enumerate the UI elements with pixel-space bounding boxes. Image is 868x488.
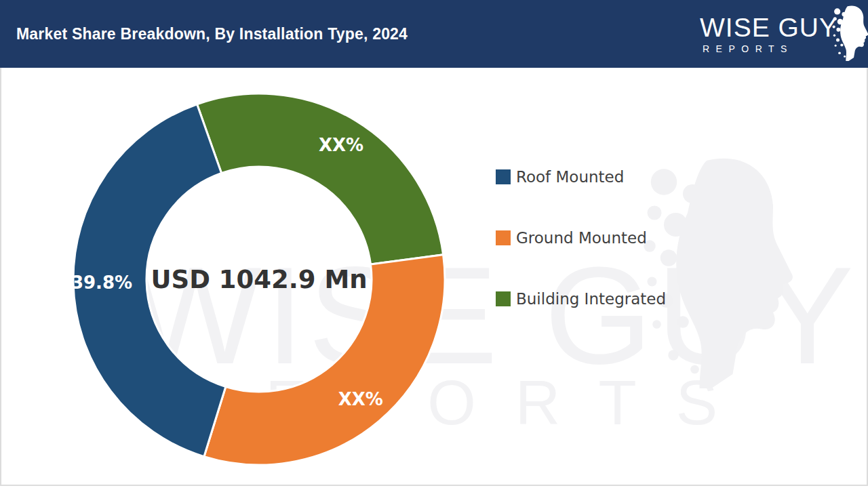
wise-guy-logo: WISE GUY REPORTS: [700, 5, 856, 62]
segment-value-label: XX%: [338, 389, 383, 409]
segment-value-label: 39.8%: [71, 272, 132, 293]
header-bar: Market Share Breakdown, By Installation …: [0, 0, 868, 68]
segment-building-integrated: [197, 94, 443, 264]
donut-chart: USD 1042.9 Mn XX%XX%39.8%: [71, 92, 447, 467]
page-title: Market Share Breakdown, By Installation …: [0, 25, 408, 43]
legend-item-roof-mounted: Roof Mounted: [496, 169, 666, 184]
legend-swatch-roof-mounted: [496, 169, 511, 184]
legend-label: Building Integrated: [516, 290, 666, 308]
segment-value-label: XX%: [319, 135, 363, 155]
logo-wordmark: WISE GUY: [700, 14, 837, 41]
logo-subtitle: REPORTS: [703, 44, 793, 54]
legend-swatch-building-integrated: [496, 291, 511, 306]
legend-label: Ground Mounted: [516, 229, 647, 247]
legend-item-building-integrated: Building Integrated: [496, 291, 666, 306]
chart-card: WISE GUY REPORTS USD 1042.9 Mn XX%XX%39.…: [0, 68, 868, 486]
legend-label: Roof Mounted: [516, 168, 624, 186]
head-profile-icon: [828, 4, 868, 64]
chart-center-value: USD 1042.9 Mn: [151, 265, 367, 294]
legend-item-ground-mounted: Ground Mounted: [496, 230, 666, 245]
legend-swatch-ground-mounted: [496, 230, 511, 245]
chart-legend: Roof Mounted Ground Mounted Building Int…: [496, 169, 666, 352]
